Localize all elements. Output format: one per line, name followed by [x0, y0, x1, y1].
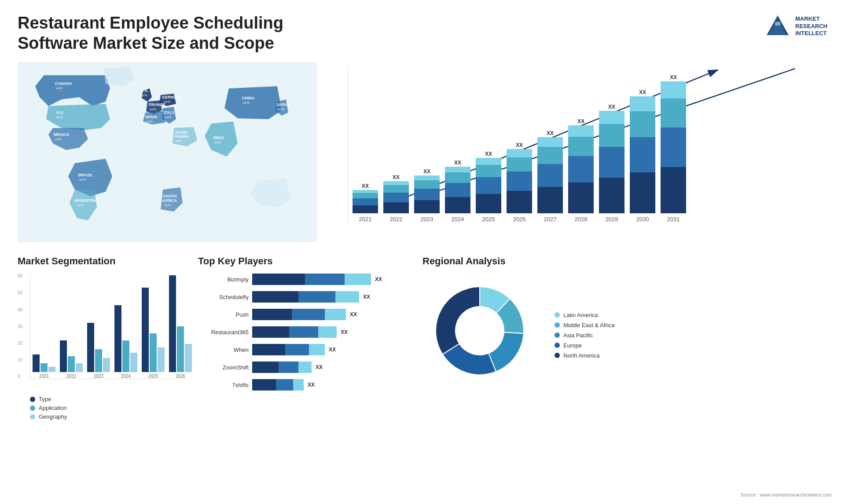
player-bar-1 [252, 291, 359, 303]
seg-bar [177, 326, 184, 372]
bar-segment [476, 194, 501, 213]
bar-stack-2023 [414, 175, 440, 214]
seg-bar-row [169, 275, 192, 372]
bar-segment [661, 167, 686, 213]
seg-bar [103, 358, 110, 372]
player-bar-container-0: XX [252, 274, 409, 285]
bar-year-2029: 2029 [606, 216, 618, 223]
player-bar-0 [252, 274, 371, 285]
southafrica-label: SOUTH [163, 194, 177, 198]
player-bar-container-4: XX [252, 344, 409, 355]
seg-bar [169, 275, 176, 372]
donut-chart [422, 274, 546, 397]
svg-text:xx%: xx% [164, 100, 170, 104]
italy-label: ITALY [164, 110, 175, 115]
bar-segment [414, 200, 440, 213]
bar-segment [599, 147, 625, 178]
argentina-label: ARGENTINA [74, 198, 98, 203]
donut-legend-label-2: Asia Pacific [563, 332, 593, 339]
bar-segment [599, 111, 625, 124]
bar-year-2026: 2026 [513, 216, 526, 223]
seg-bar [130, 353, 137, 372]
bar-segment [507, 172, 532, 191]
canada-label: CANADA [55, 81, 72, 86]
legend-geo-dot [30, 414, 35, 420]
seg-year-2021: 2021 [39, 374, 49, 379]
donut-legend-dot-2 [555, 332, 560, 338]
bar-group-2022: XX2022 [383, 174, 409, 223]
bar-stack-2022 [383, 181, 409, 213]
seg-group-2023: 2023 [87, 323, 110, 379]
player-xx-6: XX [308, 382, 315, 388]
bar-segment [383, 202, 409, 214]
player-bar-seg [285, 344, 309, 355]
bar-stack-2031 [661, 81, 686, 213]
bar-segment [661, 99, 686, 128]
bar-segment [599, 124, 625, 146]
regional-title: Regional Analysis [422, 256, 827, 267]
player-bar-seg [298, 362, 312, 373]
france-label: FRANCE [149, 102, 165, 107]
bar-segment [383, 181, 409, 186]
bar-group-2030: XX2030 [630, 89, 655, 223]
player-row-2: PushXX [198, 309, 409, 320]
player-bar-seg [298, 291, 335, 303]
player-bar-seg [252, 274, 305, 285]
player-row-3: Restaurant365XX [198, 326, 409, 338]
svg-text:xx%: xx% [243, 101, 250, 105]
map-section: CANADA xx% U.S. xx% MEXICO xx% BRAZIL xx… [18, 62, 317, 247]
bar-segment [414, 189, 440, 200]
segmentation-title: Market Segmentation [18, 256, 185, 267]
player-bar-4 [252, 344, 325, 355]
donut-legend-dot-3 [555, 343, 560, 348]
logo-area: MARKET RESEARCH INTELLECT [764, 13, 827, 40]
bar-xx-2025: XX [485, 151, 492, 157]
seg-group-2022: 2022 [60, 340, 83, 379]
player-name-2: Push [198, 311, 249, 318]
player-bar-seg [292, 309, 325, 320]
player-bar-seg [305, 274, 345, 285]
donut-legend-dot-1 [555, 322, 560, 328]
player-bar-2 [252, 309, 346, 320]
player-row-5: ZoomShiftXX [198, 362, 409, 373]
bar-segment [445, 197, 470, 213]
bar-stack-2021 [353, 190, 378, 213]
player-bar-seg [252, 379, 276, 391]
svg-text:xx%: xx% [150, 107, 156, 111]
player-bar-container-1: XX [252, 291, 409, 303]
seg-bar-row [142, 288, 165, 372]
player-xx-3: XX [341, 329, 348, 335]
player-bar-container-5: XX [252, 362, 409, 373]
player-bar-seg [252, 291, 298, 303]
seg-bar [158, 347, 165, 372]
uk-label: U.K. [141, 88, 149, 93]
bar-segment [476, 177, 501, 194]
logo-icon [764, 13, 791, 40]
svg-text:xx%: xx% [165, 115, 171, 119]
bar-chart-section: XX2021XX2022XX2023XX2024XX2025XX2026XX20… [330, 62, 827, 247]
bar-year-2025: 2025 [482, 216, 495, 223]
bar-segment [630, 137, 655, 172]
source-text: Source : www.marketresearchintellect.com [740, 492, 832, 497]
bar-segment [568, 125, 594, 137]
player-bar-seg [293, 379, 304, 391]
seg-bar [60, 340, 67, 372]
page-container: Restaurant Employee Scheduling Software … [0, 0, 845, 504]
bar-segment [507, 149, 532, 157]
bar-segment [630, 96, 655, 112]
bar-stack-2026 [507, 149, 532, 214]
bar-xx-2023: XX [423, 168, 430, 175]
bar-xx-2030: XX [639, 89, 646, 95]
players-list: BizimplyXXScheduleflyXXPushXXRestaurant3… [198, 274, 409, 393]
bar-segment [414, 180, 440, 189]
seg-bar [33, 354, 40, 372]
seg-year-2025: 2025 [148, 374, 158, 379]
bar-segment [445, 183, 470, 197]
bar-xx-2026: XX [516, 142, 523, 148]
bar-segment [630, 172, 655, 213]
bar-stack-2027 [537, 137, 563, 213]
player-bar-5 [252, 362, 312, 373]
india-label: INDIA [213, 135, 224, 140]
seg-chart-area: 0 10 20 30 40 50 60 20212022202320242025… [18, 274, 185, 392]
regional-section: Regional Analysis Latin AmericaMiddle Ea… [422, 256, 827, 420]
